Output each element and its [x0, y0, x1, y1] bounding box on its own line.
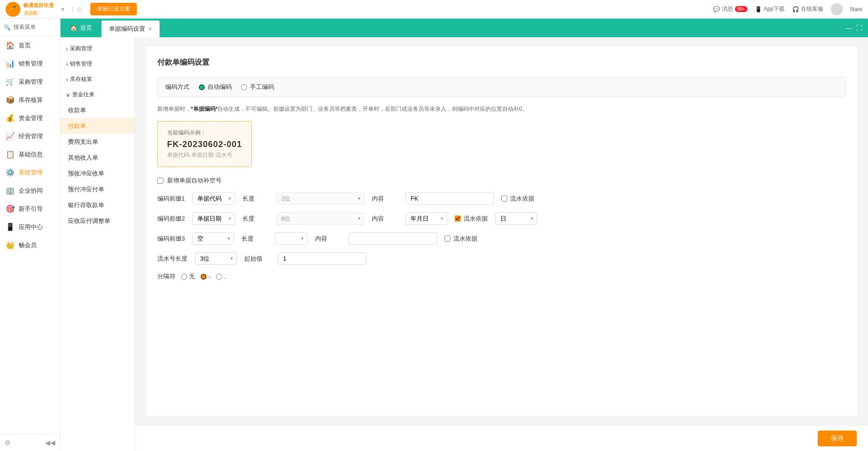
sub-group-stock[interactable]: › 库存核算 — [61, 72, 135, 87]
manual-encode-option[interactable]: 手工编码 — [241, 83, 274, 91]
prefix3-length-select[interactable] — [275, 232, 308, 245]
code-preview: 当前编码示例： FK-20230602-001 单据代码-单据日期-流水号 — [157, 121, 252, 167]
prefix3-row: 编码前缀3 空 长度 — [157, 232, 846, 245]
sub-group-capital[interactable]: ∨ 资金往来 — [61, 87, 135, 102]
save-button[interactable]: 保存 — [818, 431, 857, 446]
prefix3-select-wrapper[interactable]: 空 — [192, 232, 234, 245]
auto-encode-radio[interactable] — [199, 84, 205, 90]
sidebar-item-sales[interactable]: 📊 销售管理 — [0, 54, 60, 73]
search-icon: 🔍 — [4, 24, 11, 31]
prefix2-content-wrapper[interactable]: 年月日 — [405, 212, 447, 225]
sidebar-item-enterprise[interactable]: 🏢 企业协同 — [0, 182, 60, 200]
separator-none-option[interactable]: 无 — [181, 272, 195, 281]
system-icon: ⚙️ — [6, 168, 15, 177]
settings-icon[interactable]: ⚙ — [77, 6, 83, 13]
prefix3-serial-checkbox[interactable] — [444, 236, 451, 242]
separator-dash-radio[interactable] — [201, 274, 207, 280]
member-icon: 👑 — [6, 241, 15, 249]
appcenter-icon: 📱 — [6, 222, 15, 231]
home-icon: 🏠 — [6, 41, 15, 50]
sub-item-receivable-adjust[interactable]: 应收应付调整单 — [61, 213, 135, 229]
sidebar-item-appcenter[interactable]: 📱 应用中心 — [0, 218, 60, 236]
prefix1-select[interactable]: 单据代码 — [192, 192, 235, 205]
separator-dot-option[interactable]: . — [216, 273, 226, 280]
sidebar: 🔍 搜索菜单 🏠 首页 📊 销售管理 🛒 采购管理 📦 库存核算 💰 资金管理 … — [0, 19, 61, 451]
auto-encode-option[interactable]: 自动编码 — [199, 83, 232, 91]
message-badge: 99+ — [735, 6, 747, 12]
auto-fill-checkbox[interactable] — [157, 178, 163, 184]
prefix2-select-wrapper[interactable]: 单据日期 — [192, 212, 235, 225]
home-tab-icon: 🏠 — [70, 25, 77, 32]
settings-bottom-icon[interactable]: ⚙ — [5, 439, 11, 446]
auto-fill-row: 新增单据自动补空号 — [157, 176, 846, 185]
serial-start-input[interactable] — [278, 252, 366, 265]
prefix2-period-select[interactable]: 日 — [495, 212, 537, 225]
user-avatar[interactable] — [831, 3, 843, 15]
basic-icon: 📋 — [6, 150, 15, 159]
nav-dropdown[interactable]: ▾ — [58, 4, 68, 14]
sidebar-item-capital[interactable]: 💰 资金管理 — [0, 109, 60, 127]
collapse-icon[interactable]: ◀◀ — [45, 439, 55, 446]
online-service-btn[interactable]: 🎧 在线客服 — [792, 5, 823, 13]
sub-item-payment[interactable]: 付款单 — [61, 118, 135, 134]
prefix3-content-label: 内容 — [315, 235, 341, 243]
sub-item-receipt[interactable]: 收款单 — [61, 102, 135, 118]
search-menu[interactable]: 🔍 搜索菜单 — [0, 19, 60, 36]
logo: 🍊 畅通道好生意 拓店版 — [6, 2, 54, 17]
tab-minimize-btn[interactable]: — — [846, 24, 852, 32]
page-content: 付款单编码设置 编码方式 自动编码 手工编码 — [135, 37, 868, 425]
prefix2-content-select[interactable]: 年月日 — [405, 212, 447, 225]
sidebar-item-purchase[interactable]: 🛒 采购管理 — [0, 73, 60, 91]
app-download-btn[interactable]: 📱 App下载 — [755, 5, 785, 13]
serial-start-label: 起始值 — [244, 255, 270, 263]
serial-row: 流水号长度 3位 起始值 — [157, 252, 846, 265]
sub-item-other-income[interactable]: 其他收入单 — [61, 150, 135, 166]
sidebar-item-newguide[interactable]: 🎯 新手引导 — [0, 200, 60, 218]
encoding-type-row: 编码方式 自动编码 手工编码 — [157, 77, 846, 97]
sidebar-item-basic[interactable]: 📋 基础信息 — [0, 145, 60, 163]
manual-encode-radio[interactable] — [241, 84, 247, 90]
prefix1-length-label: 长度 — [242, 195, 269, 203]
prefix2-row: 编码前缀2 单据日期 长度 内容 — [157, 212, 846, 225]
sub-group-sales[interactable]: › 销售管理 — [61, 56, 135, 72]
tab-encoding[interactable]: 单据编码设置 ✕ — [101, 20, 160, 37]
headset-icon: 🎧 — [792, 6, 799, 13]
message-btn[interactable]: 💬 消息 99+ — [713, 5, 747, 13]
arrow-right-icon2: › — [66, 61, 68, 67]
sub-group-purchase[interactable]: › 采购管理 — [61, 41, 135, 56]
phone-icon: 📱 — [755, 6, 762, 13]
separator-dash-option[interactable]: - — [201, 273, 210, 280]
sidebar-item-member[interactable]: 👑 畅会员 — [0, 236, 60, 254]
prefix2-serial-checkbox[interactable] — [455, 215, 461, 222]
tab-close-icon[interactable]: ✕ — [148, 26, 152, 32]
sidebar-item-inventory[interactable]: 📦 库存核算 — [0, 91, 60, 109]
tab-maximize-btn[interactable]: ⛶ — [856, 24, 862, 32]
sub-item-prepay-pay[interactable]: 预付冲应付单 — [61, 182, 135, 197]
prefix3-content-input[interactable] — [349, 232, 437, 245]
trial-btn[interactable]: 体验行业方案 — [90, 3, 137, 15]
logo-text: 畅通道好生意 拓店版 — [23, 2, 54, 16]
sub-item-prepay-collect[interactable]: 预收冲应收单 — [61, 166, 135, 182]
main: 🏠 首页 单据编码设置 ✕ — ⛶ › 采购管理 › 销售管理 — [61, 19, 868, 451]
prefix3-select[interactable]: 空 — [192, 232, 234, 245]
sub-item-expense[interactable]: 费用支出单 — [61, 134, 135, 150]
serial-length-wrapper[interactable]: 3位 — [195, 252, 237, 265]
prefix2-select[interactable]: 单据日期 — [192, 212, 235, 225]
page-title: 付款单编码设置 — [157, 58, 846, 67]
separator-dot-radio[interactable] — [216, 274, 222, 280]
tab-home[interactable]: 🏠 首页 — [61, 19, 101, 37]
prefix3-length-wrapper[interactable] — [275, 232, 308, 245]
inventory-icon: 📦 — [6, 95, 15, 104]
sidebar-item-system[interactable]: ⚙️ 系统管理 — [0, 163, 60, 182]
prefix1-content-input[interactable] — [405, 192, 494, 205]
page-card: 付款单编码设置 编码方式 自动编码 手工编码 — [146, 47, 857, 416]
sub-item-bank-deposit[interactable]: 银行存取款单 — [61, 197, 135, 213]
separator-none-radio[interactable] — [181, 274, 187, 280]
prefix1-serial-checkbox[interactable] — [501, 195, 507, 202]
prefix3-label: 编码前缀3 — [157, 235, 185, 243]
prefix2-period-wrapper[interactable]: 日 — [495, 212, 537, 225]
sidebar-item-operations[interactable]: 📈 经营管理 — [0, 127, 60, 145]
prefix1-select-wrapper[interactable]: 单据代码 — [192, 192, 235, 205]
sidebar-item-home[interactable]: 🏠 首页 — [0, 36, 60, 54]
serial-length-select[interactable]: 3位 — [195, 252, 237, 265]
